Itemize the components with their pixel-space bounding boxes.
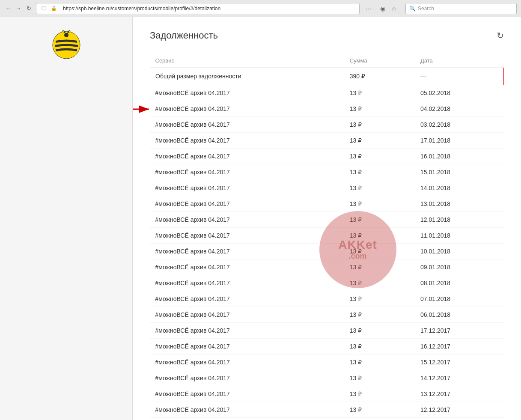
row-amount: 13 ₽ [345, 386, 415, 402]
row-amount: 13 ₽ [345, 291, 415, 307]
table-row: #можноВСЁ архив 04.2017 13 ₽ 05.02.2018 [150, 85, 504, 101]
row-amount: 13 ₽ [345, 180, 415, 196]
row-amount: 13 ₽ [345, 133, 415, 149]
row-amount: 13 ₽ [345, 339, 415, 354]
row-service: #можноВСЁ архив 04.2017 [150, 117, 345, 133]
total-date: — [415, 68, 504, 85]
row-date: 07.01.2018 [415, 291, 504, 307]
table-row: #можноВСЁ архив 04.2017 13 ₽ 17.01.2018 [150, 133, 504, 149]
table-row: #можноВСЁ архив 04.2017 13 ₽ 17.12.2017 [150, 323, 504, 339]
table-row: #можноВСЁ архив 04.2017 13 ₽ 03.02.2018 [150, 117, 504, 133]
total-row: Общий размер задолженности 390 ₽ — [150, 68, 504, 85]
table-row: #можноВСЁ архив 04.2017 13 ₽ 11.12.2017 [150, 418, 504, 420]
row-amount: 13 ₽ [345, 85, 415, 101]
row-amount: 13 ₽ [345, 307, 415, 323]
row-amount: 13 ₽ [345, 259, 415, 275]
svg-point-5 [68, 30, 70, 32]
row-date: 15.01.2018 [415, 164, 504, 180]
table-row: #можноВСЁ архив 04.2017 13 ₽ 16.01.2018 [150, 149, 504, 164]
col-header-service: Сервис [150, 54, 345, 68]
row-service: #можноВСЁ архив 04.2017 [150, 85, 345, 101]
data-table: Сервис Сумма Дата Общий размер задолженн… [150, 54, 504, 420]
bookmarks-icon[interactable]: ◉ [378, 4, 387, 13]
row-service: #можноВСЁ архив 04.2017 [150, 354, 345, 370]
row-date: 14.12.2017 [415, 370, 504, 386]
table-row: #можноВСЁ архив 04.2017 13 ₽ 09.01.2018 [150, 259, 504, 275]
row-service: #можноВСЁ архив 04.2017 [150, 323, 345, 339]
row-service: #можноВСЁ архив 04.2017 [150, 370, 345, 386]
total-amount: 390 ₽ [345, 68, 415, 85]
row-amount: 13 ₽ [345, 354, 415, 370]
row-date: 08.01.2018 [415, 275, 504, 291]
col-header-date: Дата [415, 54, 504, 68]
row-date: 05.02.2018 [415, 85, 504, 101]
table-row: #можноВСЁ архив 04.2017 13 ₽ 10.01.2018 [150, 244, 504, 259]
table-row: #можноВСЁ архив 04.2017 13 ₽ 13.12.2017 [150, 386, 504, 402]
row-service: #можноВСЁ архив 04.2017 [150, 386, 345, 402]
table-row: #можноВСЁ архив 04.2017 13 ₽ 14.12.2017 [150, 370, 504, 386]
reload-button[interactable]: ↻ [25, 5, 33, 12]
row-service: #можноВСЁ архив 04.2017 [150, 149, 345, 164]
row-amount: 13 ₽ [345, 323, 415, 339]
row-service: #можноВСЁ архив 04.2017 [150, 212, 345, 228]
search-placeholder: Search [418, 6, 434, 12]
row-date: 09.01.2018 [415, 259, 504, 275]
row-service: #можноВСЁ архив 04.2017 [150, 291, 345, 307]
table-row: #можноВСЁ архив 04.2017 13 ₽ 11.01.2018 [150, 228, 504, 244]
search-bar[interactable]: 🔍 Search [405, 3, 517, 14]
browser-action-icons: ◉ ☆ [378, 4, 399, 13]
back-button[interactable]: ← [4, 5, 12, 12]
row-service: #можноВСЁ архив 04.2017 [150, 244, 345, 259]
forward-button[interactable]: → [15, 5, 22, 12]
row-service: #можноВСЁ архив 04.2017 [150, 164, 345, 180]
row-date: 13.01.2018 [415, 196, 504, 212]
row-service: #можноВСЁ архив 04.2017 [150, 259, 345, 275]
table-row: #можноВСЁ архив 04.2017 13 ₽ 15.12.2017 [150, 354, 504, 370]
row-amount: 13 ₽ [345, 101, 415, 117]
row-date: 16.01.2018 [415, 149, 504, 164]
row-service: #можноВСЁ архив 04.2017 [150, 133, 345, 149]
row-service: #можноВСЁ архив 04.2017 [150, 196, 345, 212]
row-date: 16.12.2017 [415, 339, 504, 354]
row-service: #можноВСЁ архив 04.2017 [150, 339, 345, 354]
row-amount: 13 ₽ [345, 275, 415, 291]
row-amount: 13 ₽ [345, 418, 415, 420]
row-amount: 13 ₽ [345, 117, 415, 133]
row-service: #можноВСЁ архив 04.2017 [150, 228, 345, 244]
row-date: 12.01.2018 [415, 212, 504, 228]
row-date: 14.01.2018 [415, 180, 504, 196]
row-date: 17.12.2017 [415, 323, 504, 339]
row-amount: 13 ₽ [345, 164, 415, 180]
row-service: #можноВСЁ архив 04.2017 [150, 307, 345, 323]
row-amount: 13 ₽ [345, 228, 415, 244]
row-date: 03.02.2018 [415, 117, 504, 133]
security-icon: 🔒 [50, 5, 58, 12]
table-row: #можноВСЁ архив 04.2017 13 ₽ 06.01.2018 [150, 307, 504, 323]
address-bar[interactable]: ⓘ 🔒 https://spb.beeline.ru/customers/pro… [36, 3, 360, 14]
row-amount: 13 ₽ [345, 244, 415, 259]
row-date: 12.12.2017 [415, 402, 504, 418]
row-service: #можноВСЁ архив 04.2017 [150, 275, 345, 291]
search-icon: 🔍 [409, 6, 416, 12]
browser-nav-icons: ← → ↻ [4, 5, 33, 12]
refresh-button[interactable]: ↻ [497, 30, 504, 41]
table-row: #можноВСЁ архив 04.2017 13 ₽ 12.01.2018 [150, 212, 504, 228]
svg-point-1 [64, 33, 68, 37]
browser-menu-button[interactable]: ··· [366, 5, 372, 12]
star-icon[interactable]: ☆ [389, 4, 399, 13]
row-amount: 13 ₽ [345, 402, 415, 418]
row-date: 15.12.2017 [415, 354, 504, 370]
col-header-amount: Сумма [345, 54, 415, 68]
row-amount: 13 ₽ [345, 149, 415, 164]
row-date: 06.01.2018 [415, 307, 504, 323]
table-row: #можноВСЁ архив 04.2017 13 ₽ 14.01.2018 [150, 180, 504, 196]
table-row: #можноВСЁ архив 04.2017 13 ₽ 04.02.2018 [150, 101, 504, 117]
table-row: #можноВСЁ архив 04.2017 13 ₽ 13.01.2018 [150, 196, 504, 212]
row-amount: 13 ₽ [345, 196, 415, 212]
page-layout: Задолженность ↻ AKKet .com [0, 17, 521, 420]
row-service: #можноВСЁ архив 04.2017 [150, 101, 345, 117]
row-service: #можноВСЁ архив 04.2017 [150, 418, 345, 420]
page-title: Задолженность [150, 30, 218, 41]
logo-container [51, 30, 81, 60]
sidebar [0, 17, 133, 420]
